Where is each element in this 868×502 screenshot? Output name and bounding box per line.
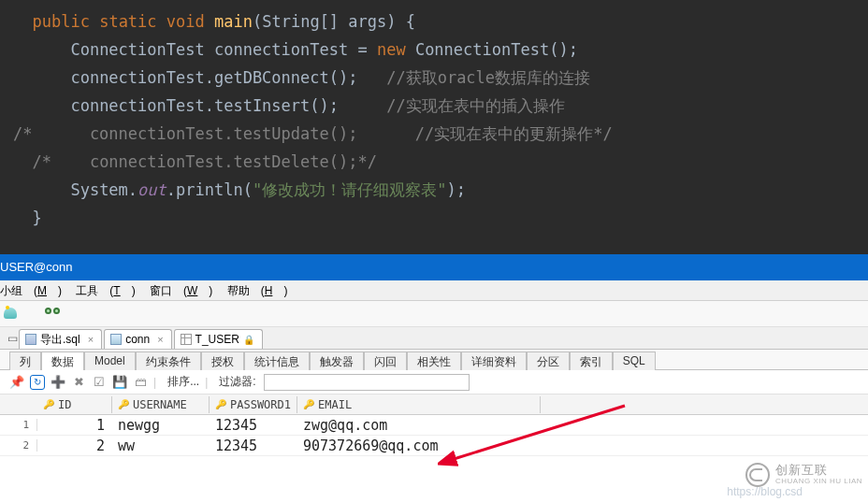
goggles-icon[interactable] xyxy=(45,308,60,321)
subtab-details[interactable]: 详细资料 xyxy=(461,351,527,370)
code-line: System.out.println("修改成功！请仔细观察表"); xyxy=(13,176,868,204)
subtab-columns[interactable]: 列 xyxy=(9,351,41,370)
subtab-dependencies[interactable]: 相关性 xyxy=(407,351,461,370)
menu-tools[interactable]: 工具(T) xyxy=(76,284,135,297)
watermark-logo-icon xyxy=(745,463,770,487)
key-icon: 🔑 xyxy=(118,399,129,409)
subtab-constraints[interactable]: 约束条件 xyxy=(136,351,201,370)
main-toolbar xyxy=(0,301,868,327)
cell-username[interactable]: newgg xyxy=(112,416,210,435)
data-grid[interactable]: 🔑ID 🔑USERNAME 🔑PASSWORD1 🔑EMAIL 1 1 newg… xyxy=(0,394,868,456)
refresh-icon[interactable]: ↻ xyxy=(30,375,45,390)
col-username[interactable]: 🔑USERNAME xyxy=(112,396,210,413)
subtab-grants[interactable]: 授权 xyxy=(201,351,244,370)
code-line: connectionTest.getDBConnect(); //获取oracl… xyxy=(13,64,868,92)
watermark: 创新互联 CHUANG XIN HU LIAN xyxy=(745,463,862,487)
window-title-bar: USER@conn xyxy=(0,254,868,280)
grid-header-row: 🔑ID 🔑USERNAME 🔑PASSWORD1 🔑EMAIL xyxy=(0,394,868,415)
code-line: } xyxy=(13,204,868,232)
blog-url-text: https://blog.csd xyxy=(727,485,803,498)
code-line: ConnectionTest connectionTest = new Conn… xyxy=(13,36,868,64)
table-subtabs: 列 数据 Model 约束条件 授权 统计信息 触发器 闪回 相关性 详细资料 … xyxy=(0,350,868,370)
code-line: /* connectionTest.testDelete();*/ xyxy=(13,148,868,176)
save-icon[interactable]: 💾 xyxy=(112,375,127,390)
lock-icon: 🔒 xyxy=(243,335,254,345)
subtab-sql[interactable]: SQL xyxy=(613,351,656,370)
close-icon[interactable]: × xyxy=(157,334,163,345)
subtab-data[interactable]: 数据 xyxy=(41,351,84,370)
sql-file-icon xyxy=(25,334,36,345)
connection-icon xyxy=(110,334,122,345)
row-number: 1 xyxy=(0,419,37,431)
cell-password[interactable]: 12345 xyxy=(210,437,297,455)
watermark-cn: 创新互联 xyxy=(775,464,862,477)
menu-help[interactable]: 帮助(H) xyxy=(227,284,288,297)
subtab-indexes[interactable]: 索引 xyxy=(570,351,613,370)
code-line: public static void main(String[] args) { xyxy=(13,7,868,36)
subtab-partitions[interactable]: 分区 xyxy=(527,351,570,370)
col-id[interactable]: 🔑ID xyxy=(37,396,112,413)
table-row[interactable]: 2 2 ww 12345 907372669@qq.com xyxy=(0,436,868,456)
cell-id[interactable]: 2 xyxy=(37,437,112,455)
cell-id[interactable]: 1 xyxy=(37,416,112,435)
filter-input[interactable] xyxy=(264,374,470,391)
subtab-stats[interactable]: 统计信息 xyxy=(244,351,310,370)
col-email[interactable]: 🔑EMAIL xyxy=(297,396,541,413)
tab-t-user[interactable]: T_USER 🔒 xyxy=(174,329,263,349)
rollback-icon[interactable]: 🗃 xyxy=(133,375,148,390)
subtab-model[interactable]: Model xyxy=(84,351,136,370)
key-icon: 🔑 xyxy=(43,399,54,409)
key-icon: 🔑 xyxy=(215,399,226,409)
tab-label: 导出.sql xyxy=(40,332,80,348)
cell-username[interactable]: ww xyxy=(112,437,210,455)
menu-bar: 小组(M) 工具(T) 窗口(W) 帮助(H) xyxy=(0,280,868,301)
row-number: 2 xyxy=(0,439,37,452)
menu-group[interactable]: 小组(M) xyxy=(0,284,62,297)
insert-row-icon[interactable]: ➕ xyxy=(51,375,65,390)
code-editor[interactable]: public static void main(String[] args) {… xyxy=(0,0,868,254)
tab-conn[interactable]: conn × xyxy=(104,329,171,349)
tab-label: conn xyxy=(125,333,150,346)
grid-toolbar: 📌 ↻ ➕ ✖ ☑ 💾 🗃 | 排序... | 过滤器: xyxy=(0,370,868,394)
subtab-triggers[interactable]: 触发器 xyxy=(310,351,364,370)
table-row[interactable]: 1 1 newgg 12345 zwg@qq.com xyxy=(0,415,868,436)
menu-window[interactable]: 窗口(W) xyxy=(150,284,212,297)
close-icon[interactable]: × xyxy=(88,334,94,345)
cell-password[interactable]: 12345 xyxy=(210,416,297,435)
filter-label: 过滤器: xyxy=(219,374,255,390)
document-tabs: ▭ 导出.sql × conn × T_USER 🔒 xyxy=(0,327,868,350)
subtab-flashback[interactable]: 闪回 xyxy=(364,351,407,370)
code-line: connectionTest.testInsert(); //实现在表中的插入操… xyxy=(13,92,868,120)
tab-label: T_USER xyxy=(195,333,239,346)
tab-export-sql[interactable]: 导出.sql × xyxy=(19,329,102,349)
cell-email[interactable]: 907372669@qq.com xyxy=(297,437,541,455)
code-line: /* connectionTest.testUpdate(); //实现在表中的… xyxy=(13,120,868,148)
delete-row-icon[interactable]: ✖ xyxy=(71,375,86,390)
cell-email[interactable]: zwg@qq.com xyxy=(297,416,541,435)
col-password[interactable]: 🔑PASSWORD1 xyxy=(210,396,297,413)
commit-icon[interactable]: ☑ xyxy=(92,375,107,390)
table-icon xyxy=(181,334,192,345)
pin-icon[interactable]: 📌 xyxy=(9,375,24,390)
key-icon: 🔑 xyxy=(303,399,314,409)
collapse-icon[interactable]: ▭ xyxy=(6,332,19,345)
db-icon[interactable] xyxy=(4,308,19,321)
sort-button[interactable]: 排序... xyxy=(167,374,199,390)
